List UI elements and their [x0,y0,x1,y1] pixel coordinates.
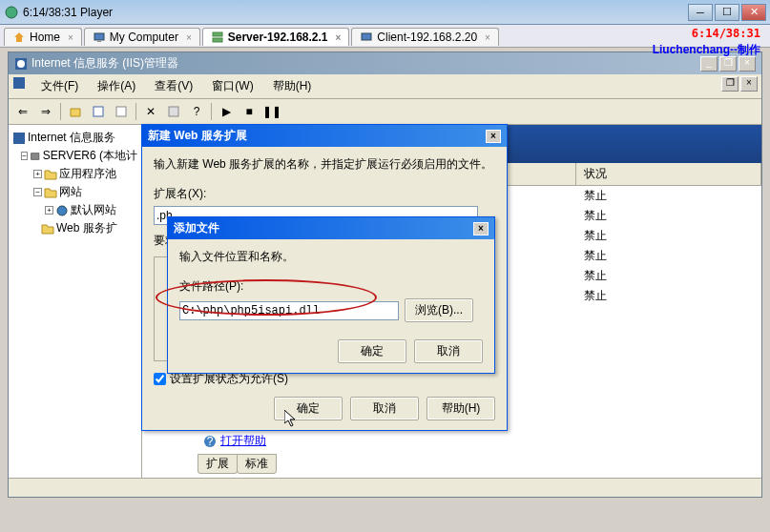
home-icon [12,31,26,44]
extension-name-label: 扩展名(X): [154,186,495,202]
tree-root[interactable]: Internet 信息服务 [12,129,137,147]
tab-close-icon[interactable]: × [68,32,73,43]
tab-close-icon[interactable]: × [186,32,192,43]
svg-rect-5 [362,33,371,40]
browse-button[interactable]: 浏览(B)... [405,298,473,322]
tree-defaultsite[interactable]: + 默认网站 [12,201,137,219]
svg-rect-10 [116,107,126,116]
help-icon: ? [203,435,217,448]
expand-icon[interactable]: + [33,170,42,178]
close-button[interactable]: ✕ [741,4,766,21]
allow-checkbox[interactable] [154,373,166,385]
help-button[interactable]: 帮助(H) [427,397,495,420]
folder-icon [44,186,57,199]
export-button[interactable] [111,101,132,122]
svg-rect-12 [13,133,25,144]
player-title: 6:14/38:31 Player [23,6,688,19]
svg-rect-13 [31,153,39,159]
app-icon [12,76,26,90]
tab-label: My Computer [110,31,178,44]
svg-text:?: ? [207,435,214,448]
tab-close-icon[interactable]: × [336,32,342,43]
up-button[interactable] [65,101,86,122]
collapse-icon[interactable]: − [21,152,29,160]
tab-client[interactable]: Client-192.168.2.20 × [351,28,499,46]
add-file-dialog: 添加文件 × 输入文件位置和名称。 文件路径(P): 浏览(B)... 确定 取… [167,216,495,374]
menu-restore-button[interactable]: ❐ [721,76,739,92]
server-node-icon [30,150,41,163]
refresh-button[interactable] [163,101,184,122]
dialog-close-button[interactable]: × [486,130,501,143]
ok-button[interactable]: 确定 [274,397,343,420]
tab-label: Home [30,31,60,44]
iis-root-icon [12,132,26,145]
collapse-icon[interactable]: − [33,188,42,196]
folder-icon [44,168,57,181]
iis-icon [14,57,28,71]
tab-label: Client-192.168.2.20 [377,31,477,44]
cancel-button[interactable]: 取消 [414,339,483,363]
open-help-link[interactable]: ? 打开帮助 [199,429,270,453]
svg-rect-4 [213,38,222,42]
ok-button[interactable]: 确定 [338,339,406,363]
iis-title-text: Internet 信息服务 (IIS)管理器 [31,55,178,72]
dialog-close-button[interactable]: × [473,222,489,235]
expand-icon[interactable]: + [45,206,53,215]
cancel-button[interactable]: 取消 [350,397,419,420]
client-icon [360,31,373,44]
column-header-status[interactable]: 状况 [576,163,761,185]
start-button[interactable]: ■ [239,101,260,122]
menu-view[interactable]: 查看(V) [151,76,197,96]
pause-button[interactable]: ❚❚ [261,101,282,122]
dialog-title: 添加文件 [174,220,219,236]
svg-point-7 [17,60,25,68]
tree-server[interactable]: − SERVER6 (本地计 [12,147,137,165]
folder-icon [41,222,54,235]
tab-close-icon[interactable]: × [485,32,490,43]
menu-close-button[interactable]: × [740,76,758,92]
menu-file[interactable]: 文件(F) [37,76,82,96]
sub-tabs: 扩展 标准 [190,452,283,476]
tab-home[interactable]: Home × [4,28,82,46]
iis-toolbar: ⇐ ⇒ ✕ ? ▶ ■ ❚❚ [9,99,761,125]
menu-help[interactable]: 帮助(H) [269,76,316,96]
file-path-input[interactable] [179,301,399,320]
menu-window[interactable]: 窗口(W) [208,76,257,96]
tree-webext[interactable]: Web 服务扩 [12,219,137,237]
svg-rect-2 [97,41,101,42]
server-icon [211,31,224,44]
iis-statusbar [9,478,761,497]
svg-rect-1 [94,33,104,40]
forward-button[interactable]: ⇒ [35,101,56,122]
dialog-title: 新建 Web 服务扩展 [148,128,247,144]
menu-action[interactable]: 操作(A) [94,76,139,96]
maximize-button[interactable]: ☐ [715,4,739,21]
tab-mycomputer[interactable]: My Computer × [84,28,200,46]
svg-rect-11 [169,107,178,116]
iis-titlebar: Internet 信息服务 (IIS)管理器 _ ❐ × [9,52,761,74]
player-titlebar: 6:14/38:31 Player ─ ☐ ✕ [0,0,770,25]
tree-apppool[interactable]: + 应用程序池 [12,165,137,183]
dialog-titlebar: 新建 Web 服务扩展 × [142,125,507,147]
subtab-standard[interactable]: 标准 [237,454,277,474]
properties-button[interactable] [88,101,109,122]
svg-rect-8 [13,77,25,89]
author-overlay: Liuchenchang--制作 [653,42,760,58]
back-button[interactable]: ⇐ [12,101,33,122]
minimize-button[interactable]: ─ [688,4,713,21]
svg-rect-3 [213,32,222,36]
stop-button[interactable]: ▶ [216,101,237,122]
tree-panel: Internet 信息服务 − SERVER6 (本地计 + 应用程序池 − 网… [9,125,142,478]
dialog-instruction: 输入新建 Web 服务扩展的名称，并指定扩展运行必须启用的文件。 [154,156,495,173]
svg-rect-9 [94,107,103,116]
window-controls: ─ ☐ ✕ [688,4,766,21]
subtab-extensions[interactable]: 扩展 [198,454,238,474]
delete-button[interactable]: ✕ [140,101,161,122]
computer-icon [93,31,106,44]
tab-server[interactable]: Server-192.168.2.1 × [202,28,350,46]
globe-icon [55,204,69,217]
player-icon [4,5,19,20]
file-path-label: 文件路径(P): [179,278,483,295]
tree-sites[interactable]: − 网站 [12,183,137,201]
help-button[interactable]: ? [186,101,207,122]
